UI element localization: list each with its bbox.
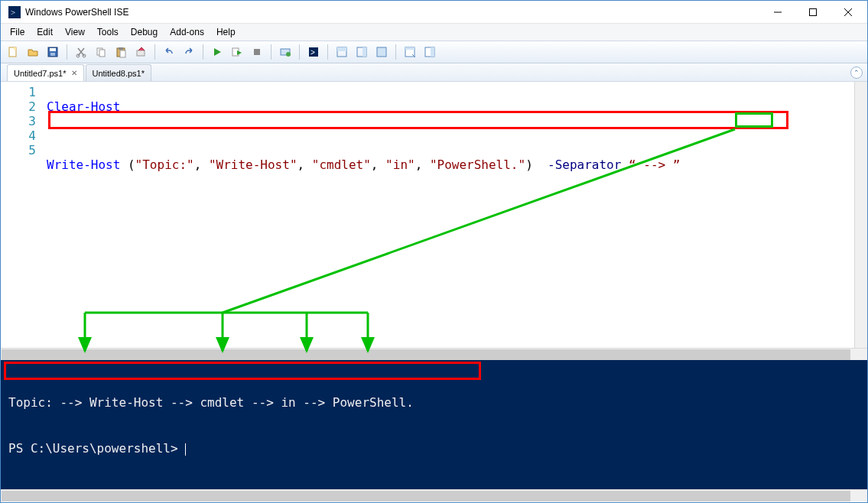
menu-bar: File Edit View Tools Debug Add-ons Help <box>1 24 867 41</box>
annotation-output-highlight <box>4 362 481 380</box>
line-number: 5 <box>1 143 36 157</box>
svg-rect-9 <box>50 48 56 51</box>
console-cursor <box>185 443 186 456</box>
console-output: Topic: --> Write-Host --> cmdlet --> in … <box>8 395 860 411</box>
new-remote-tab-button[interactable] <box>276 43 294 61</box>
undo-button[interactable] <box>160 43 178 61</box>
svg-rect-3 <box>810 8 817 15</box>
svg-rect-26 <box>337 47 346 51</box>
console-pane[interactable]: Topic: --> Write-Host --> cmdlet --> in … <box>1 360 867 489</box>
tab-untitled7[interactable]: Untitled7.ps1* ✕ <box>7 64 84 81</box>
svg-rect-20 <box>254 49 260 55</box>
window-title: Windows PowerShell ISE <box>25 7 760 18</box>
app-icon: > <box>8 6 21 18</box>
paste-button[interactable] <box>112 43 130 61</box>
svg-rect-33 <box>431 47 434 57</box>
annotation-code-highlight <box>48 111 788 129</box>
cmdlet-token: Write-Host <box>47 157 120 172</box>
maximize-button[interactable] <box>795 1 831 24</box>
show-script-right-button[interactable] <box>353 43 371 61</box>
line-number: 1 <box>1 85 36 99</box>
string-token: "PowerShell." <box>430 157 525 172</box>
line-number: 2 <box>1 99 36 114</box>
svg-rect-29 <box>377 47 386 57</box>
svg-rect-17 <box>120 50 125 57</box>
svg-point-22 <box>286 52 291 57</box>
svg-rect-31 <box>405 47 414 50</box>
string-token: "Write-Host" <box>209 157 297 172</box>
svg-rect-18 <box>137 50 145 56</box>
line-gutter: 1 2 3 4 5 <box>1 82 47 348</box>
menu-debug[interactable]: Debug <box>125 25 164 39</box>
tab-label: Untitled7.ps1* <box>14 69 67 78</box>
menu-addons[interactable]: Add-ons <box>164 25 210 39</box>
collapse-script-button[interactable]: ⌃ <box>850 67 863 79</box>
line-number: 3 <box>1 114 36 128</box>
annotation-separator-highlight <box>735 112 773 128</box>
show-command-button[interactable] <box>401 43 419 61</box>
svg-text:>: > <box>11 8 15 17</box>
redo-button[interactable] <box>180 43 198 61</box>
editor-horizontal-scrollbar[interactable] <box>1 348 867 360</box>
save-button[interactable] <box>44 43 62 61</box>
start-powershell-button[interactable]: > <box>304 43 323 61</box>
param-token: -Separator <box>548 157 621 172</box>
svg-rect-28 <box>362 47 366 57</box>
menu-view[interactable]: View <box>59 25 91 39</box>
cut-button[interactable] <box>72 43 90 61</box>
string-token: "cmdlet" <box>312 157 371 172</box>
editor-pane: 1 2 3 4 5 Clear-Host Write-Host ("Topic:… <box>1 82 867 360</box>
console-horizontal-scrollbar[interactable] <box>1 489 867 501</box>
toolbar: > <box>1 41 867 63</box>
open-file-button[interactable] <box>24 43 42 61</box>
svg-rect-14 <box>99 50 105 57</box>
string-token: "Topic:" <box>135 157 194 172</box>
new-file-button[interactable] <box>4 43 22 61</box>
minimize-button[interactable] <box>760 1 795 24</box>
stop-button[interactable] <box>248 43 266 61</box>
svg-rect-7 <box>14 47 16 50</box>
tab-bar: Untitled7.ps1* ✕ Untitled8.ps1* ⌃ <box>1 63 867 82</box>
menu-help[interactable]: Help <box>210 25 242 39</box>
run-selection-button[interactable] <box>228 43 246 61</box>
show-script-top-button[interactable] <box>333 43 351 61</box>
separator-value: --> <box>636 157 673 172</box>
tab-label: Untitled8.ps1* <box>93 69 145 78</box>
editor-vertical-scrollbar[interactable] <box>854 82 867 348</box>
string-token: "in" <box>385 157 415 172</box>
tab-close-icon[interactable]: ✕ <box>71 69 77 77</box>
tab-untitled8[interactable]: Untitled8.ps1* <box>86 64 152 81</box>
console-prompt: PS C:\Users\powershell> <box>8 441 185 456</box>
line-number: 4 <box>1 128 36 143</box>
show-command-addon-button[interactable] <box>421 43 439 61</box>
run-script-button[interactable] <box>208 43 226 61</box>
svg-rect-16 <box>119 47 123 50</box>
svg-text:>: > <box>310 48 315 57</box>
menu-tools[interactable]: Tools <box>91 25 125 39</box>
svg-rect-10 <box>50 53 55 56</box>
title-bar: > Windows PowerShell ISE <box>1 1 867 24</box>
clear-button[interactable] <box>132 43 150 61</box>
show-script-max-button[interactable] <box>372 43 391 61</box>
menu-edit[interactable]: Edit <box>31 25 59 39</box>
menu-file[interactable]: File <box>4 25 31 39</box>
close-button[interactable] <box>831 1 866 24</box>
copy-button[interactable] <box>92 43 110 61</box>
